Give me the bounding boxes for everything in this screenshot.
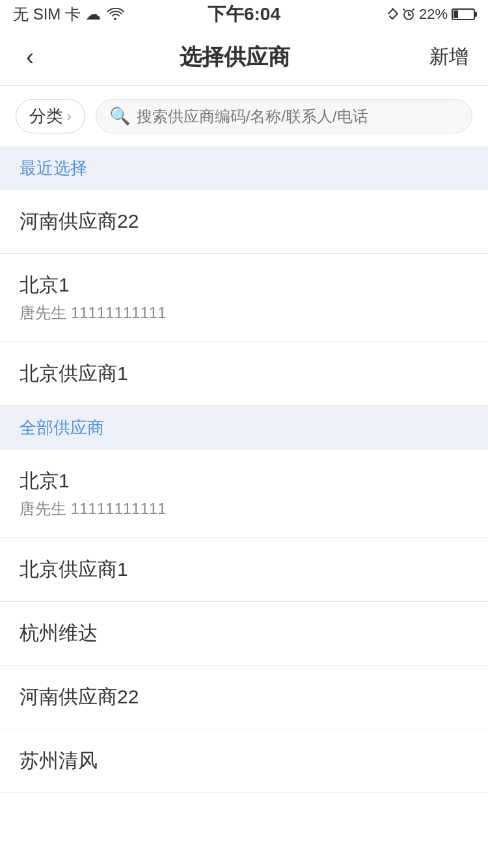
category-label: 分类 bbox=[29, 105, 63, 128]
item-name: 河南供应商22 bbox=[20, 208, 468, 235]
nav-bar: ‹ 选择供应商 新增 bbox=[0, 29, 488, 86]
wifi-icon bbox=[106, 8, 124, 21]
filter-bar: 分类 › 🔍 bbox=[0, 86, 488, 146]
recent-item-2[interactable]: 北京1 唐先生 11111111111 bbox=[0, 254, 488, 342]
all-item-5[interactable]: 苏州清风 bbox=[0, 729, 488, 793]
all-item-4[interactable]: 河南供应商22 bbox=[0, 666, 488, 729]
recent-items-list: 河南供应商22 北京1 唐先生 11111111111 北京供应商1 bbox=[0, 190, 488, 406]
search-icon: 🔍 bbox=[109, 106, 130, 126]
sim-label: 无 SIM 卡 ☁ bbox=[13, 4, 101, 25]
item-name: 北京供应商1 bbox=[20, 556, 468, 583]
battery-icon bbox=[452, 8, 475, 20]
status-left: 无 SIM 卡 ☁ bbox=[13, 4, 124, 25]
chevron-right-icon: › bbox=[67, 109, 72, 124]
status-time: 下午6:04 bbox=[208, 2, 280, 27]
item-name: 河南供应商22 bbox=[20, 684, 468, 711]
status-right: 22% bbox=[386, 6, 475, 23]
svg-line-5 bbox=[413, 9, 414, 10]
recent-section-label: 最近选择 bbox=[20, 158, 87, 178]
battery-percent: 22% bbox=[419, 6, 448, 23]
recent-item-1[interactable]: 河南供应商22 bbox=[0, 190, 488, 254]
item-name: 北京供应商1 bbox=[20, 360, 468, 387]
page-title: 选择供应商 bbox=[180, 42, 290, 72]
all-section-label: 全部供应商 bbox=[20, 418, 104, 437]
item-name: 北京1 bbox=[20, 272, 468, 299]
item-sub: 唐先生 11111111111 bbox=[20, 498, 468, 519]
all-items-list: 北京1 唐先生 11111111111 北京供应商1 杭州维达 河南供应商22 … bbox=[0, 450, 488, 793]
recent-item-3[interactable]: 北京供应商1 bbox=[0, 342, 488, 406]
svg-line-4 bbox=[403, 9, 405, 10]
item-name: 苏州清风 bbox=[20, 748, 468, 774]
all-item-1[interactable]: 北京1 唐先生 11111111111 bbox=[0, 450, 488, 538]
recent-section-header: 最近选择 bbox=[0, 146, 488, 190]
add-button[interactable]: 新增 bbox=[429, 44, 468, 70]
search-bar: 🔍 bbox=[96, 99, 472, 133]
all-section-header: 全部供应商 bbox=[0, 406, 488, 450]
location-icon bbox=[386, 8, 398, 21]
search-input[interactable] bbox=[137, 107, 459, 126]
item-name: 杭州维达 bbox=[20, 620, 468, 647]
svg-line-0 bbox=[388, 10, 392, 14]
item-name: 北京1 bbox=[20, 468, 468, 495]
category-filter[interactable]: 分类 › bbox=[16, 99, 85, 133]
alarm-icon bbox=[402, 8, 415, 21]
item-sub: 唐先生 11111111111 bbox=[20, 303, 468, 323]
status-bar: 无 SIM 卡 ☁ 下午6:04 22% bbox=[0, 0, 488, 29]
back-button[interactable]: ‹ bbox=[20, 37, 40, 77]
all-item-3[interactable]: 杭州维达 bbox=[0, 602, 488, 666]
all-item-2[interactable]: 北京供应商1 bbox=[0, 538, 488, 602]
